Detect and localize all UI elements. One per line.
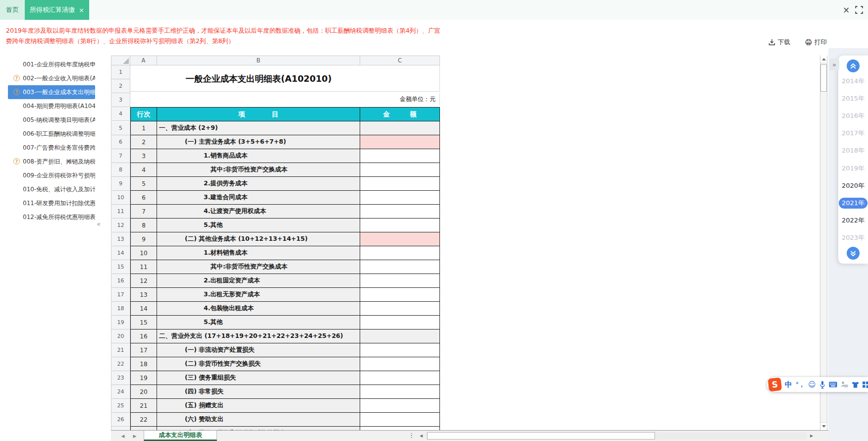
year-item-2023[interactable]: 2023年 [838, 229, 868, 247]
row-header[interactable]: 20 [111, 330, 130, 343]
line-number-cell[interactable]: 11 [130, 260, 157, 274]
toolbox-grid-icon[interactable] [863, 382, 868, 388]
line-number-cell[interactable]: 21 [130, 399, 157, 413]
item-cell[interactable]: (四) 非常损失 [157, 385, 360, 399]
scroll-up-button[interactable] [820, 55, 827, 63]
item-cell[interactable]: 一、营业成本 (2+9) [157, 121, 360, 135]
sheet-more-icon[interactable]: ⋮ [408, 432, 415, 439]
tab-close-icon[interactable]: × [79, 7, 84, 13]
row-header[interactable]: 8 [111, 163, 130, 177]
year-item-2017[interactable]: 2017年 [838, 125, 868, 142]
item-cell[interactable]: 4.让渡资产使用权成本 [157, 205, 360, 219]
sogou-logo[interactable]: S [768, 378, 782, 392]
row-header[interactable]: 26 [111, 413, 130, 427]
year-item-2015[interactable]: 2015年 [838, 90, 868, 107]
item-cell[interactable]: 4.包装物出租成本 [157, 302, 360, 316]
row-header[interactable]: 25 [111, 399, 130, 413]
line-number-cell[interactable]: 3 [130, 149, 157, 163]
amount-cell[interactable] [360, 232, 440, 246]
microphone-icon[interactable] [819, 381, 825, 389]
row-header[interactable]: 13 [111, 232, 130, 246]
tab-home[interactable]: 首页 [0, 0, 25, 20]
column-header-b[interactable]: B [157, 55, 360, 65]
line-number-cell[interactable]: 22 [130, 413, 157, 427]
row-header[interactable]: 6 [111, 135, 130, 149]
line-number-cell[interactable]: 9 [130, 232, 157, 246]
item-cell[interactable]: 2.提供劳务成本 [157, 177, 360, 191]
row-header[interactable]: 17 [111, 288, 130, 302]
row-header[interactable]: 11 [111, 205, 130, 219]
amount-cell[interactable] [360, 205, 440, 219]
chinese-mode-icon[interactable]: 中 [785, 380, 792, 389]
sidebar-item-012[interactable]: 012-减免所得税优惠明细表(... [0, 210, 95, 224]
row-header[interactable]: 19 [111, 316, 130, 330]
print-button[interactable]: 打印 [805, 37, 827, 48]
item-cell[interactable]: 2.出租固定资产成本 [157, 274, 360, 288]
sidebar-item-005[interactable]: 005-纳税调整项目明细表(A1... [0, 113, 95, 127]
years-scroll-down-button[interactable] [847, 247, 860, 260]
item-cell[interactable]: (二) 非货币性资产交换损失 [157, 357, 360, 371]
amount-cell[interactable] [360, 330, 440, 343]
amount-cell[interactable] [360, 302, 440, 316]
item-cell[interactable]: 其中:非货币性资产交换成本 [157, 163, 360, 177]
row-header[interactable]: 12 [111, 219, 130, 232]
hscroll-right-icon[interactable]: ▶ [808, 432, 815, 440]
year-item-2019[interactable]: 2019年 [838, 160, 868, 177]
row-header[interactable]: 23 [111, 371, 130, 385]
line-number-cell[interactable]: 4 [130, 163, 157, 177]
line-number-cell[interactable]: 13 [130, 288, 157, 302]
amount-cell[interactable] [360, 177, 440, 191]
user-count-icon[interactable]: 22 [841, 381, 848, 388]
line-number-cell[interactable]: 17 [130, 343, 157, 357]
amount-cell[interactable] [360, 274, 440, 288]
sidebar-item-008[interactable]: ?008-资产折旧、摊销及纳税... [0, 155, 95, 168]
row-header[interactable]: 5 [111, 121, 130, 135]
item-cell[interactable]: (一) 主营业务成本 (3+5+6+7+8) [157, 135, 360, 149]
amount-cell[interactable] [360, 246, 440, 260]
line-number-cell[interactable]: 10 [130, 246, 157, 260]
line-number-cell[interactable]: 19 [130, 371, 157, 385]
row-header[interactable]: 15 [111, 260, 130, 274]
year-item-2018[interactable]: 2018年 [838, 142, 868, 160]
punctuation-icon[interactable]: °， [796, 381, 805, 389]
sheet-tab-cost-detail[interactable]: 成本支出明细表 [144, 431, 217, 441]
row-header-1[interactable]: 1 [111, 65, 130, 79]
sidebar-item-006[interactable]: 006-职工薪酬纳税调整明细... [0, 127, 95, 141]
item-cell[interactable]: 5.其他 [157, 219, 360, 232]
amount-cell[interactable] [360, 343, 440, 357]
tab-income-tax-settlement[interactable]: 所得税汇算清缴 × [25, 0, 89, 20]
row-header[interactable]: 16 [111, 274, 130, 288]
amount-cell[interactable] [360, 288, 440, 302]
line-number-cell[interactable]: 6 [130, 191, 157, 205]
year-panel-expand-icon[interactable]: » [829, 58, 839, 70]
amount-cell[interactable] [360, 413, 440, 427]
sidebar-item-004[interactable]: 004-期间费用明细表(A1040... [0, 99, 95, 113]
amount-cell[interactable] [360, 135, 440, 149]
amount-cell[interactable] [360, 385, 440, 399]
item-cell[interactable]: (二) 其他业务成本 (10+12+13+14+15) [157, 232, 360, 246]
row-header[interactable]: 18 [111, 302, 130, 316]
item-cell[interactable]: 1.销售商品成本 [157, 149, 360, 163]
line-number-cell[interactable]: 20 [130, 385, 157, 399]
amount-cell[interactable] [360, 357, 440, 371]
item-cell[interactable]: (一) 非流动资产处置损失 [157, 343, 360, 357]
header-line-no[interactable]: 行次 [130, 107, 157, 121]
row-header-2[interactable]: 2 [111, 79, 130, 93]
row-header[interactable]: 7 [111, 149, 130, 163]
line-number-cell[interactable]: 16 [130, 330, 157, 343]
amount-cell[interactable] [360, 260, 440, 274]
row-header-4[interactable]: 4 [111, 107, 130, 121]
scroll-down-button[interactable] [820, 422, 827, 430]
download-button[interactable]: 下载 [768, 37, 790, 48]
sheet-nav-next-icon[interactable]: ▶ [130, 431, 140, 441]
header-item[interactable]: 项 目 [157, 107, 360, 121]
amount-cell[interactable] [360, 163, 440, 177]
year-item-2016[interactable]: 2016年 [838, 107, 868, 124]
column-header-c[interactable]: C [360, 55, 440, 65]
item-cell[interactable]: 其中:非货币性资产交换成本 [157, 260, 360, 274]
item-cell[interactable]: (五) 捐赠支出 [157, 399, 360, 413]
line-number-cell[interactable]: 15 [130, 316, 157, 330]
line-number-cell[interactable]: 14 [130, 302, 157, 316]
sidebar-item-002[interactable]: ?002-一般企业收入明细表(A1... [0, 71, 95, 85]
sidebar-item-011[interactable]: 011-研发费用加计扣除优惠... [0, 196, 95, 210]
